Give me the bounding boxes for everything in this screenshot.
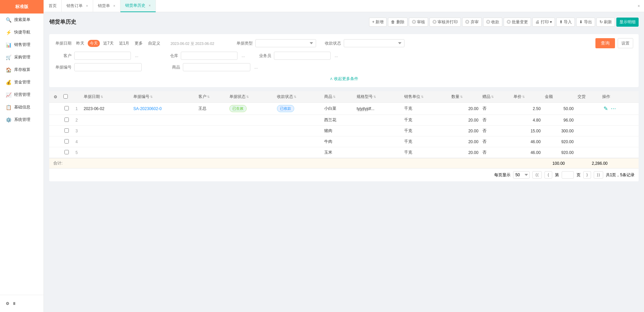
col-checkbox[interactable] [61, 91, 72, 103]
tab-sales-order-close[interactable]: × [86, 4, 88, 8]
doc-type-select[interactable] [255, 39, 316, 47]
audit-print-button[interactable]: ◎ 审核并打印 [429, 18, 461, 27]
sort-qty[interactable]: 数量 ⇅ [451, 94, 478, 100]
sort-goods[interactable]: 商品 ⇅ [324, 94, 353, 100]
sidebar-item-search[interactable]: 🔍 搜索菜单 [0, 14, 44, 26]
print-button[interactable]: 🖨 打印 ▾ [532, 18, 555, 27]
tab-sales-order[interactable]: 销售订单 × [62, 0, 93, 12]
query-button[interactable]: 查询 [595, 38, 615, 48]
export-button[interactable]: ⬇ 导出 [576, 18, 595, 27]
refresh-button[interactable]: ↻ 刷新 [596, 18, 615, 27]
goods-input[interactable] [183, 63, 250, 71]
sidebar-item-sales[interactable]: 📊 销售管理 [0, 38, 44, 51]
cell-checkbox[interactable] [61, 115, 72, 126]
action-more[interactable]: ⋯ [609, 106, 617, 111]
customer-input[interactable] [74, 52, 131, 60]
col-price[interactable]: 单价 ⇅ [511, 91, 542, 103]
sidebar-item-purchase[interactable]: 🛒 采购管理 [0, 51, 44, 63]
batch-change-button[interactable]: ◎ 批量变更 [504, 18, 531, 27]
cell-checkbox[interactable] [61, 103, 72, 115]
sort-gift[interactable]: 赠品 ⇅ [482, 94, 509, 100]
tab-sales-history-close[interactable]: × [149, 4, 151, 7]
audit-button[interactable]: ◎ 审核 [409, 18, 428, 27]
col-qty[interactable]: 数量 ⇅ [449, 91, 480, 103]
sidebar-bottom-settings[interactable]: ⚙ ⏸ [0, 298, 44, 309]
import-button[interactable]: ⬆ 导入 [556, 18, 575, 27]
warehouse-input[interactable] [181, 52, 237, 60]
collect-button[interactable]: ◎ 收款 [483, 18, 502, 27]
next-page-button[interactable]: ⟩ [583, 171, 591, 179]
date-btn-7days[interactable]: 近7天 [101, 40, 116, 47]
customer-ellipsis[interactable]: ... [134, 53, 140, 58]
tab-close-all[interactable]: × [634, 4, 644, 8]
sort-date[interactable]: 单据日期 ⇅ [84, 94, 129, 100]
sidebar-item-operations[interactable]: 📈 经营管理 [0, 88, 44, 101]
show-detail-button[interactable]: 显示明细 [616, 18, 639, 27]
date-btn-1month[interactable]: 近1月 [117, 40, 132, 47]
doc-no-input[interactable] [74, 63, 142, 71]
col-doc-status[interactable]: 单据状态 ⇅ [227, 91, 275, 103]
pay-status-select[interactable] [344, 39, 404, 47]
sidebar-item-master[interactable]: 📋 基础信息 [0, 101, 44, 113]
cell-checkbox[interactable] [61, 126, 72, 136]
sidebar-item-inventory[interactable]: 🏠 库存核算 [0, 63, 44, 76]
goods-ellipsis[interactable]: ... [253, 65, 259, 70]
date-btn-yesterday[interactable]: 昨天 [74, 40, 86, 47]
col-unit[interactable]: 销售单位 ⇅ [402, 91, 449, 103]
page-input[interactable]: 1 [562, 171, 574, 179]
col-doc-no[interactable]: 单据编号 ⇅ [131, 91, 196, 103]
row-checkbox[interactable] [64, 106, 69, 110]
discard-button[interactable]: ◎ 弃审 [462, 18, 481, 27]
tab-sales-history[interactable]: 销货单历史 × [120, 0, 156, 12]
cell-doc-no[interactable] [131, 126, 196, 136]
setting-button[interactable]: 设置 [618, 38, 633, 48]
col-customer[interactable]: 客户 ⇅ [196, 91, 227, 103]
col-pay-status[interactable]: 收款状态 ⇅ [275, 91, 322, 103]
sidebar-item-finance[interactable]: 💰 资金管理 [0, 76, 44, 88]
more-filter-toggle[interactable]: ∧ 收起更多条件 [55, 75, 633, 83]
sort-doc-status[interactable]: 单据状态 ⇅ [229, 94, 273, 100]
prev-page-button[interactable]: ⟨ [544, 171, 552, 179]
row-checkbox[interactable] [64, 128, 69, 133]
last-page-button[interactable]: ⟩⟩ [594, 171, 603, 179]
sort-price[interactable]: 单价 ⇅ [513, 94, 540, 100]
tab-sales-delivery[interactable]: 销货单 × [93, 0, 120, 12]
per-page-select[interactable]: 50 100 200 [513, 171, 530, 179]
cell-checkbox[interactable] [61, 136, 72, 147]
sort-spec[interactable]: 规格型号 ⇅ [357, 94, 400, 100]
date-btn-custom[interactable]: 自定义 [146, 40, 162, 47]
first-page-button[interactable]: ⟨⟨ [532, 171, 542, 179]
col-goods[interactable]: 商品 ⇅ [322, 91, 355, 103]
staff-input[interactable] [274, 52, 331, 60]
filter-row-2: 客户 ... 仓库 ... 业务员 ... [55, 52, 633, 60]
col-spec[interactable]: 规格型号 ⇅ [355, 91, 402, 103]
cell-doc-no[interactable] [131, 115, 196, 126]
delete-button[interactable]: 🗑 删除 [388, 18, 407, 27]
action-edit[interactable]: ✎ [602, 106, 609, 111]
sort-doc-no[interactable]: 单据编号 ⇅ [133, 94, 194, 100]
col-settings[interactable]: ⚙ [49, 91, 61, 103]
row-checkbox[interactable] [64, 150, 69, 154]
cell-doc-no[interactable] [131, 136, 196, 147]
sidebar-item-system[interactable]: ⚙️ 系统管理 [0, 113, 44, 126]
row-checkbox[interactable] [64, 118, 69, 122]
tab-sales-delivery-close[interactable]: × [113, 4, 115, 8]
cell-doc-no[interactable] [131, 147, 196, 158]
cell-checkbox[interactable] [61, 147, 72, 158]
sidebar-item-label: 库存核算 [14, 67, 30, 73]
warehouse-ellipsis[interactable]: ... [240, 53, 246, 58]
col-date[interactable]: 单据日期 ⇅ [82, 91, 131, 103]
staff-ellipsis[interactable]: ... [333, 53, 339, 58]
select-all-checkbox[interactable] [63, 94, 68, 99]
new-button[interactable]: + 新增 [369, 18, 387, 27]
sort-customer[interactable]: 客户 ⇅ [198, 94, 225, 100]
sort-pay-status[interactable]: 收款状态 ⇅ [277, 94, 320, 100]
row-checkbox[interactable] [64, 139, 69, 144]
date-btn-today[interactable]: 今天 [88, 40, 100, 47]
sidebar-item-quicknav[interactable]: ⚡ 快捷导航 [0, 26, 44, 38]
col-gift[interactable]: 赠品 ⇅ [480, 91, 511, 103]
tab-home[interactable]: 首页 [44, 0, 62, 12]
cell-doc-no[interactable]: SA-20230602-0 [131, 103, 196, 115]
date-btn-more[interactable]: 更多 [133, 40, 145, 47]
sort-unit[interactable]: 销售单位 ⇅ [404, 94, 447, 100]
